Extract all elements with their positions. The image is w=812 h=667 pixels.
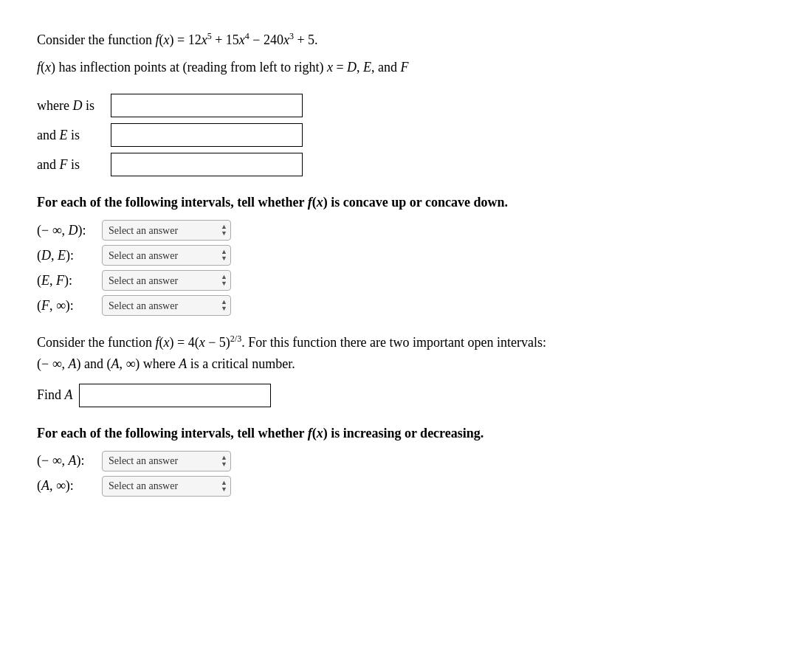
interval-select-wrapper-2[interactable]: Select an answer concave up concave down… — [102, 245, 231, 266]
interval-select-wrapper-5[interactable]: Select an answer increasing decreasing ▲… — [102, 451, 231, 471]
increasing-section: For each of the following intervals, tel… — [37, 424, 775, 497]
interval-label-5: (− ∞, A): — [37, 453, 96, 469]
interval-select-6[interactable]: Select an answer increasing decreasing — [109, 480, 216, 491]
chevron-arrows-6: ▲▼ — [221, 480, 227, 493]
interval-select-wrapper-3[interactable]: Select an answer concave up concave down… — [102, 270, 231, 291]
interval-select-wrapper-4[interactable]: Select an answer concave up concave down… — [102, 295, 231, 316]
chevron-arrows-4: ▲▼ — [221, 299, 227, 312]
e-input-row: and E is — [37, 123, 775, 147]
interval-row-6: (A, ∞): Select an answer increasing decr… — [37, 476, 775, 497]
function-description-line: Consider the function f(x) = 12x5 + 15x4… — [37, 30, 775, 50]
def-inputs-section: where D is and E is and F is — [37, 94, 775, 176]
inflection-text: f(x) has inflection points at (reading f… — [37, 60, 409, 75]
concavity-description: For each of the following intervals, tel… — [37, 193, 775, 212]
and-f-label: and F is — [37, 157, 111, 173]
increasing-description: For each of the following intervals, tel… — [37, 424, 775, 443]
interval-row-4: (F, ∞): Select an answer concave up conc… — [37, 295, 775, 316]
interval-select-4[interactable]: Select an answer concave up concave down — [109, 300, 216, 311]
interval-select-2[interactable]: Select an answer concave up concave down — [109, 250, 216, 261]
function-formula: f(x) = 12x5 + 15x4 − 240x3 + 5. — [155, 32, 317, 47]
interval-row-3: (E, F): Select an answer concave up conc… — [37, 270, 775, 291]
concavity-section: For each of the following intervals, tel… — [37, 193, 775, 316]
interval-label-4: (F, ∞): — [37, 298, 96, 314]
f-input[interactable] — [111, 153, 303, 176]
function-intro-text: Consider the function — [37, 32, 155, 47]
d-input-row: where D is — [37, 94, 775, 117]
interval-select-5[interactable]: Select an answer increasing decreasing — [109, 455, 216, 466]
f-input-row: and F is — [37, 153, 775, 176]
interval-select-wrapper-1[interactable]: Select an answer concave up concave down… — [102, 220, 231, 241]
a-input[interactable] — [79, 384, 271, 407]
interval-label-1: (− ∞, D): — [37, 223, 96, 238]
concavity-intervals: (− ∞, D): Select an answer concave up co… — [37, 220, 775, 316]
interval-row-1: (− ∞, D): Select an answer concave up co… — [37, 220, 775, 241]
chevron-arrows-2: ▲▼ — [221, 249, 227, 262]
d-input[interactable] — [111, 94, 303, 117]
interval-select-1[interactable]: Select an answer concave up concave down — [109, 225, 216, 236]
inflection-description-line: f(x) has inflection points at (reading f… — [37, 58, 775, 77]
increasing-intervals: (− ∞, A): Select an answer increasing de… — [37, 451, 775, 497]
interval-label-6: (A, ∞): — [37, 478, 96, 494]
where-d-label: where D is — [37, 98, 111, 114]
interval-row-2: (D, E): Select an answer concave up conc… — [37, 245, 775, 266]
e-input[interactable] — [111, 123, 303, 147]
interval-row-5: (− ∞, A): Select an answer increasing de… — [37, 451, 775, 471]
find-a-label: Find A — [37, 387, 73, 403]
second-function-description: Consider the function f(x) = 4(x − 5)2/3… — [37, 332, 775, 375]
interval-select-wrapper-6[interactable]: Select an answer increasing decreasing ▲… — [102, 476, 231, 497]
interval-select-3[interactable]: Select an answer concave up concave down — [109, 275, 216, 286]
and-e-label: and E is — [37, 128, 111, 143]
second-function-section: Consider the function f(x) = 4(x − 5)2/3… — [37, 332, 775, 407]
chevron-arrows-5: ▲▼ — [221, 455, 227, 468]
find-a-row: Find A — [37, 384, 775, 407]
chevron-arrows-1: ▲▼ — [221, 224, 227, 237]
interval-label-2: (D, E): — [37, 248, 96, 263]
chevron-arrows-3: ▲▼ — [221, 274, 227, 287]
section-1: Consider the function f(x) = 12x5 + 15x4… — [37, 30, 775, 77]
interval-label-3: (E, F): — [37, 273, 96, 288]
